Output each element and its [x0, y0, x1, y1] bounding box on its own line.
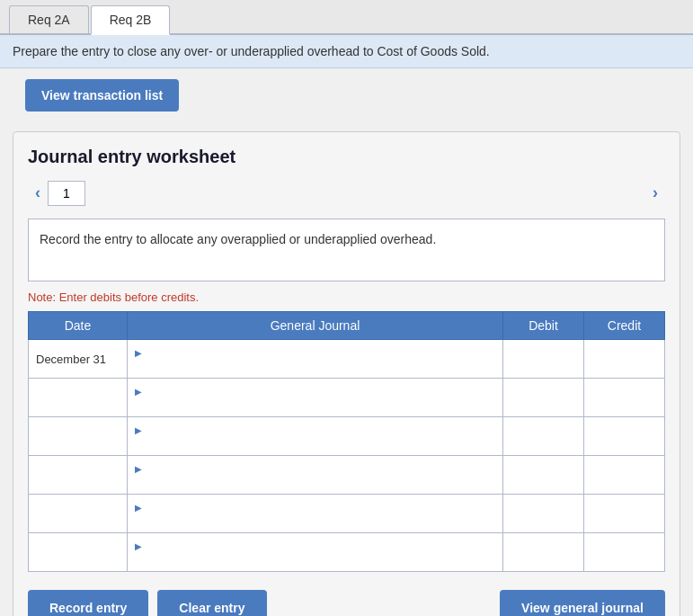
col-header-debit: Debit	[503, 312, 584, 340]
debit-cell-3[interactable]	[503, 417, 584, 456]
col-header-date: Date	[29, 312, 128, 340]
credit-cell-6[interactable]	[584, 533, 665, 572]
credit-input-2[interactable]	[591, 391, 657, 405]
credit-cell-2[interactable]	[584, 379, 665, 417]
journal-input-5[interactable]	[135, 514, 495, 528]
journal-cell-6[interactable]	[128, 533, 503, 572]
view-general-journal-button[interactable]: View general journal	[500, 590, 665, 616]
next-page-button[interactable]: ›	[645, 180, 665, 206]
date-cell-3	[29, 417, 128, 456]
worksheet-box: Journal entry worksheet ‹ 1 › Record the…	[13, 131, 680, 616]
col-header-credit: Credit	[584, 312, 665, 340]
journal-input-6[interactable]	[135, 553, 495, 567]
worksheet-title: Journal entry worksheet	[28, 147, 665, 167]
note-text: Note: Enter debits before credits.	[28, 290, 665, 304]
credit-input-3[interactable]	[591, 430, 657, 443]
debit-input-4[interactable]	[511, 469, 576, 482]
debit-cell-2[interactable]	[503, 379, 584, 417]
date-cell-1: December 31	[29, 340, 128, 379]
debit-input-3[interactable]	[511, 430, 576, 443]
debit-cell-5[interactable]	[503, 495, 584, 533]
date-cell-5	[29, 495, 128, 533]
credit-cell-1[interactable]	[584, 340, 665, 379]
table-row	[29, 495, 665, 533]
entry-description-text: Record the entry to allocate any overapp…	[40, 232, 436, 246]
date-cell-2	[29, 379, 128, 417]
journal-cell-4[interactable]	[128, 456, 503, 495]
credit-input-4[interactable]	[591, 469, 657, 482]
debit-input-6[interactable]	[511, 546, 576, 559]
date-cell-4	[29, 456, 128, 495]
worksheet-container: Journal entry worksheet ‹ 1 › Record the…	[0, 122, 693, 616]
pagination-nav: ‹ 1 ›	[28, 180, 665, 206]
credit-cell-5[interactable]	[584, 495, 665, 533]
button-spacer	[276, 590, 492, 616]
table-row	[29, 417, 665, 456]
debit-input-2[interactable]	[511, 391, 576, 405]
tab-req2a[interactable]: Req 2A	[9, 5, 89, 33]
credit-input-1[interactable]	[591, 353, 657, 366]
current-page-tab[interactable]: 1	[48, 181, 85, 206]
debit-cell-4[interactable]	[503, 456, 584, 495]
tabs-bar: Req 2A Req 2B	[0, 0, 693, 35]
journal-cell-5[interactable]	[128, 495, 503, 533]
table-row: December 31	[29, 340, 665, 379]
credit-cell-4[interactable]	[584, 456, 665, 495]
view-transaction-button[interactable]: View transaction list	[25, 79, 179, 112]
prev-page-button[interactable]: ‹	[28, 180, 48, 206]
tab-req2b[interactable]: Req 2B	[91, 5, 171, 35]
journal-cell-1[interactable]	[128, 340, 503, 379]
instruction-text: Prepare the entry to close any over- or …	[13, 44, 490, 58]
col-header-journal: General Journal	[128, 312, 503, 340]
record-entry-button[interactable]: Record entry	[28, 590, 148, 616]
journal-cell-3[interactable]	[128, 417, 503, 456]
debit-input-5[interactable]	[511, 507, 576, 521]
journal-input-3[interactable]	[135, 437, 495, 451]
journal-input-4[interactable]	[135, 476, 495, 489]
credit-input-6[interactable]	[591, 546, 657, 559]
table-row	[29, 533, 665, 572]
journal-cell-2[interactable]	[128, 379, 503, 417]
journal-table: Date General Journal Debit Credit Decemb…	[28, 311, 665, 572]
instruction-bar: Prepare the entry to close any over- or …	[0, 35, 693, 68]
clear-entry-button[interactable]: Clear entry	[157, 590, 266, 616]
journal-input-2[interactable]	[135, 398, 495, 412]
debit-cell-6[interactable]	[503, 533, 584, 572]
date-cell-6	[29, 533, 128, 572]
debit-cell-1[interactable]	[503, 340, 584, 379]
credit-cell-3[interactable]	[584, 417, 665, 456]
journal-input-1[interactable]	[135, 360, 495, 373]
debit-input-1[interactable]	[511, 353, 576, 366]
table-row	[29, 456, 665, 495]
table-row	[29, 379, 665, 417]
entry-description: Record the entry to allocate any overapp…	[28, 219, 665, 281]
bottom-buttons: Record entry Clear entry View general jo…	[28, 590, 665, 616]
credit-input-5[interactable]	[591, 507, 657, 521]
